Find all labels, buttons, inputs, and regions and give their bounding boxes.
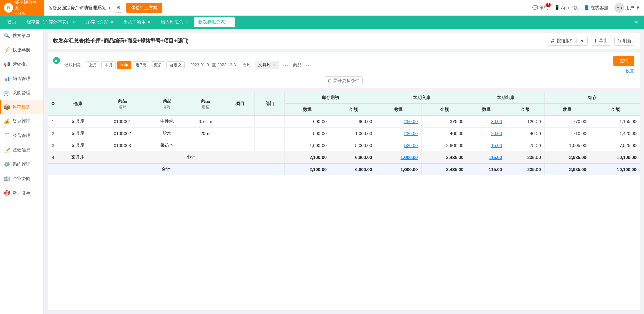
date-btn-last-month[interactable]: 上月 (86, 61, 100, 69)
tab-close-summary[interactable]: ✕ (185, 20, 188, 24)
tab-close-batch[interactable]: ✕ (110, 20, 113, 24)
sidebar-item-newbie[interactable]: 🎯 新手引导 (0, 186, 43, 200)
th-code: 商品编码 (97, 92, 148, 116)
subtotal-in-amt: 3,435.00 (422, 151, 467, 164)
sidebar-item-system[interactable]: ⚙️ 系统管理 (0, 157, 43, 171)
message-icon: 💬 (532, 5, 538, 10)
tab-recv-send[interactable]: 收发存汇总表 ✕ (194, 17, 235, 27)
tab-batch[interactable]: 库存批次账 ✕ (81, 17, 118, 27)
cell-warehouse: 文具库 (59, 139, 97, 151)
cell-open-amt: 900.00 (330, 116, 376, 128)
title-dropdown-arrow: ▼ (108, 6, 111, 10)
sidebar-item-finance[interactable]: 💰 资金管理 (0, 114, 43, 129)
cell-name: 采访本 (148, 139, 186, 151)
sidebar-item-enterprise[interactable]: 🏢 企业协同 (0, 171, 43, 186)
cell-open-qty: 1,000.00 (285, 139, 330, 151)
tab-stock-dist[interactable]: 现存量（库存分布表） ✕ (22, 17, 81, 27)
cell-close-amt: 7,525.00 (590, 139, 640, 151)
sidebar-item-purchase[interactable]: 🛒 采购管理 (0, 86, 43, 100)
footer-close-qty: 2,985.00 (544, 163, 590, 175)
sidebar-item-sales[interactable]: 📊 销售管理 (0, 71, 43, 86)
user-button[interactable]: Ea 用户 ▼ (614, 3, 640, 13)
tab-close-flow[interactable]: ✕ (148, 20, 151, 24)
tab-flow[interactable]: 出入库流水 ✕ (119, 17, 155, 27)
tab-close-recv-send[interactable]: ✕ (227, 20, 230, 24)
refresh-button[interactable]: ↻ 刷新 (614, 36, 634, 46)
th-warehouse: 仓库 (59, 92, 97, 116)
filter-row: 记账日期 上月 本月 本年 近7天 更多 自定义 2023-01-01 至 20… (64, 56, 634, 74)
cell-in-qty[interactable]: 230.00 (376, 128, 422, 139)
goods-more-dots[interactable]: ··· (306, 63, 312, 68)
cell-in-amt: 2,600.00 (422, 139, 467, 151)
sidebar-item-inventory[interactable]: 📦 库存核算 (0, 100, 43, 114)
cell-out-qty[interactable]: 20.00 (467, 128, 506, 139)
cell-num: 3 (48, 139, 59, 151)
sidebar: 🔍 搜索菜单 ⚡ 快捷导航 📢 营销推广 📊 销售管理 🛒 采购管理 📦 库存核… (0, 29, 44, 314)
date-filter-label: 记账日期 (64, 62, 82, 68)
user-dropdown-arrow: ▼ (635, 5, 640, 10)
sidebar-item-quick-nav[interactable]: ⚡ 快捷导航 (0, 43, 43, 57)
page-title-bar: 收发存汇总表(按仓库+商品编码+商品+规格型号+项目+部门) 🖨 按钮版打印 ▼… (48, 33, 640, 49)
data-table: ⚙ 仓库 商品编码 商品名称 商品规格 项目 部门 库存期初 本期入库 本期出库… (48, 92, 640, 175)
sidebar-item-basic[interactable]: 📝 基础信息 (0, 143, 43, 157)
cell-spec (186, 139, 225, 151)
online-service-button[interactable]: 👤 在线客服 (584, 5, 608, 11)
tab-bar: 首页 现存量（库存分布表） ✕ 库存批次账 ✕ 出入库流水 ✕ 出入库汇总 ✕ … (0, 16, 644, 29)
table-row: 2 文具库 0100002 胶水 20ml 500.00 1,000.00 23… (48, 128, 640, 139)
page-content: 收发存汇总表(按仓库+商品编码+商品+规格型号+项目+部门) 🖨 按钮版打印 ▼… (44, 29, 644, 314)
inventory-icon: 📦 (4, 104, 10, 110)
subtotal-close-qty: 2,985.00 (544, 151, 590, 164)
export-button[interactable]: ⬇ 导出 (591, 36, 611, 46)
th-period-out: 本期出库 (467, 92, 545, 104)
cell-open-qty: 500.00 (285, 128, 330, 139)
message-badge: 6 (546, 3, 551, 7)
th-open-amt: 金额 (330, 104, 376, 116)
tab-home[interactable]: 首页 (3, 17, 21, 27)
tab-bar-close[interactable]: ✕ (631, 19, 641, 26)
cell-out-qty[interactable]: 80.00 (467, 116, 506, 128)
subtotal-warehouse: 文具库 (59, 151, 97, 164)
print-button[interactable]: 🖨 按钮版打印 ▼ (548, 36, 588, 46)
tab-close-stock-dist[interactable]: ✕ (73, 20, 76, 24)
cell-warehouse: 文具库 (59, 128, 97, 139)
subtotal-close-amt: 10,100.00 (590, 151, 640, 164)
footer-in-qty: 1,000.00 (376, 163, 422, 175)
settings-gear-button[interactable]: ⚙ (114, 3, 123, 13)
user-avatar: Ea (614, 3, 624, 13)
date-btn-more[interactable]: 更多 (151, 61, 165, 69)
footer-open-amt: 6,900.00 (330, 163, 376, 175)
title-actions: 🖨 按钮版打印 ▼ ⬇ 导出 ↻ 刷新 (548, 36, 634, 46)
cell-num: 1 (48, 116, 59, 128)
sidebar-item-search[interactable]: 🔍 搜索菜单 (0, 29, 43, 43)
logo-area: 6 畅捷通好生意 标准版 (0, 0, 44, 16)
page-title: 收发存汇总表(按仓库+商品编码+商品+规格型号+项目+部门) (53, 38, 189, 44)
cell-name: 中性笔 (148, 116, 186, 128)
query-button[interactable]: 查询 (613, 56, 634, 66)
marketing-icon: 📢 (4, 61, 10, 67)
content-area: 收发存汇总表(按仓库+商品编码+商品+规格型号+项目+部门) 🖨 按钮版打印 ▼… (44, 29, 644, 314)
service-icon: 👤 (584, 5, 589, 10)
cell-in-qty[interactable]: 250.00 (376, 116, 422, 128)
warehouse-tag-close[interactable]: ✕ (273, 63, 276, 68)
message-button[interactable]: 💬 消息 6 (532, 5, 548, 11)
purchase-icon: 🛒 (4, 90, 10, 96)
date-btn-custom[interactable]: 自定义 (166, 61, 185, 69)
cell-out-qty[interactable]: 15.00 (467, 139, 506, 151)
header-right: 💬 消息 6 📱 App下载 👤 在线客服 Ea 用户 ▼ (532, 3, 640, 13)
expand-icon: ⊞ (328, 78, 332, 83)
cell-close-qty: 770.00 (544, 116, 590, 128)
cell-in-qty[interactable]: 520.00 (376, 139, 422, 151)
experience-button[interactable]: 体验行业方案 (126, 3, 162, 13)
settings-link[interactable]: 设置 (626, 68, 634, 74)
date-btn-7days[interactable]: 近7天 (133, 61, 149, 69)
date-btn-this-year[interactable]: 本年 (117, 61, 131, 69)
sidebar-item-operation[interactable]: 📋 经营管理 (0, 129, 43, 143)
tab-summary[interactable]: 出入库汇总 ✕ (156, 17, 193, 27)
sidebar-item-marketing[interactable]: 📢 营销推广 (0, 57, 43, 71)
warehouse-more-dots[interactable]: ··· (283, 63, 289, 68)
th-name: 商品名称 (148, 92, 186, 116)
app-download-button[interactable]: 📱 App下载 (554, 5, 578, 11)
date-btn-this-month[interactable]: 本月 (101, 61, 116, 69)
filter-collapse-button[interactable]: ▶ (53, 57, 60, 64)
expand-conditions-button[interactable]: ⊞ 展开更多条件 (325, 76, 363, 85)
